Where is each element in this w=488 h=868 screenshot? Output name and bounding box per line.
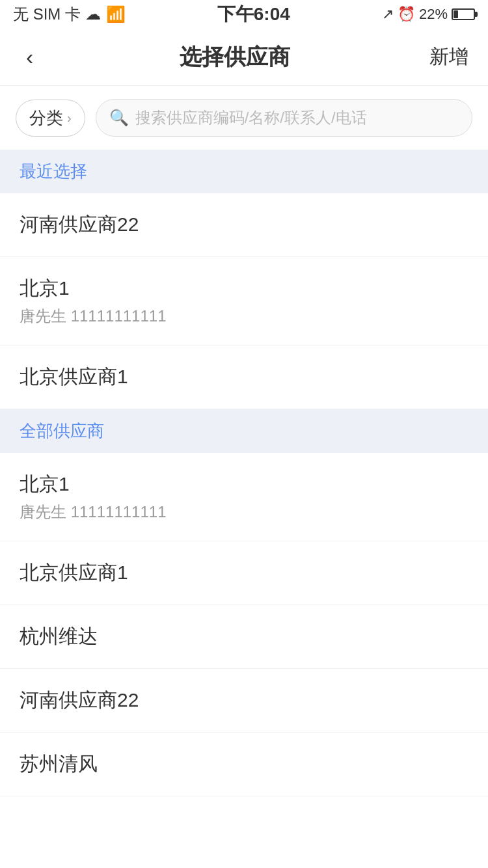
all-list: 北京1唐先生 11111111111北京供应商1杭州维达河南供应商22苏州清风	[0, 453, 488, 796]
location-icon: ↗	[382, 6, 394, 23]
chevron-icon: ›	[67, 111, 72, 126]
battery-percent: 22%	[419, 6, 448, 23]
item-name: 河南供应商22	[20, 211, 468, 238]
all-list-item[interactable]: 杭州维达	[0, 605, 488, 669]
item-sub: 唐先生 11111111111	[20, 502, 468, 522]
nav-bar: ‹ 选择供应商 新增	[0, 29, 488, 86]
filter-bar: 分类 › 🔍 搜索供应商编码/名称/联系人/电话	[0, 86, 488, 150]
recent-list: 河南供应商22北京1唐先生 11111111111北京供应商1	[0, 193, 488, 409]
item-name: 杭州维达	[20, 623, 468, 650]
recent-section-title: 最近选择	[20, 161, 87, 181]
battery-icon	[452, 8, 475, 20]
item-name: 北京1	[20, 471, 468, 498]
search-placeholder: 搜索供应商编码/名称/联系人/电话	[135, 107, 367, 128]
recent-list-item[interactable]: 河南供应商22	[0, 193, 488, 257]
wifi-icon: 📶	[106, 5, 126, 23]
recent-list-item[interactable]: 北京1唐先生 11111111111	[0, 257, 488, 346]
category-label: 分类	[29, 107, 63, 129]
status-time: 下午6:04	[217, 2, 290, 27]
sim-status: 无 SIM 卡 ☁	[13, 4, 101, 25]
item-sub: 唐先生 11111111111	[20, 306, 468, 327]
all-list-item[interactable]: 北京供应商1	[0, 541, 488, 605]
recent-section-header: 最近选择	[0, 150, 488, 193]
all-section-title: 全部供应商	[20, 421, 104, 441]
search-box[interactable]: 🔍 搜索供应商编码/名称/联系人/电话	[96, 99, 472, 137]
page-title: 选择供应商	[180, 42, 290, 72]
search-icon: 🔍	[109, 109, 129, 127]
item-name: 苏州清风	[20, 751, 468, 778]
status-bar: 无 SIM 卡 ☁ 📶 下午6:04 ↗ ⏰ 22%	[0, 0, 488, 29]
all-list-item[interactable]: 河南供应商22	[0, 669, 488, 733]
all-list-item[interactable]: 苏州清风	[0, 733, 488, 796]
status-right: ↗ ⏰ 22%	[382, 6, 475, 23]
all-section-header: 全部供应商	[0, 409, 488, 453]
add-button[interactable]: 新增	[429, 44, 468, 70]
status-left: 无 SIM 卡 ☁ 📶	[13, 4, 126, 25]
item-name: 河南供应商22	[20, 687, 468, 714]
recent-list-item[interactable]: 北京供应商1	[0, 346, 488, 409]
item-name: 北京供应商1	[20, 560, 468, 586]
item-name: 北京1	[20, 275, 468, 302]
item-name: 北京供应商1	[20, 364, 468, 390]
all-list-item[interactable]: 北京1唐先生 11111111111	[0, 453, 488, 541]
alarm-icon: ⏰	[398, 6, 415, 23]
back-button[interactable]: ‹	[20, 38, 40, 76]
category-button[interactable]: 分类 ›	[16, 100, 85, 137]
